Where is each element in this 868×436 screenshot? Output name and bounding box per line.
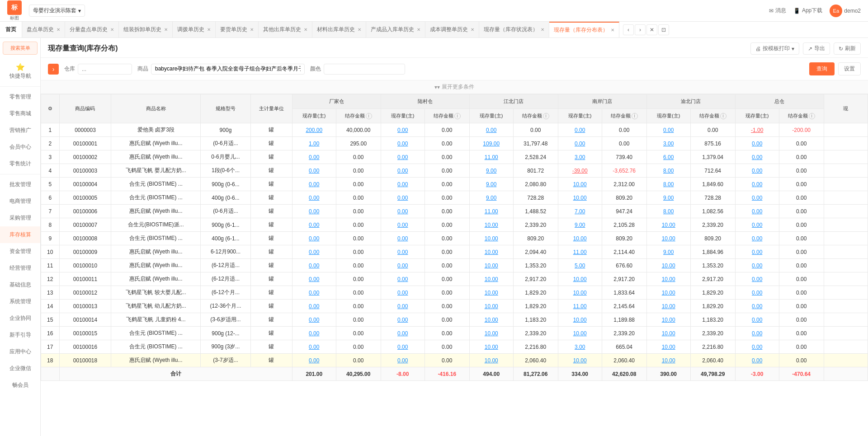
- table-cell[interactable]: 10.00: [469, 313, 513, 327]
- table-cell[interactable]: 0.00: [292, 232, 336, 245]
- table-cell[interactable]: 6.00: [646, 150, 690, 164]
- tab-stock1[interactable]: 现存量（库存状况表） ✕: [479, 22, 549, 38]
- table-cell[interactable]: 0.00: [381, 354, 425, 367]
- settings-btn[interactable]: 设置: [838, 62, 861, 75]
- table-cell[interactable]: 0.00: [292, 205, 336, 218]
- tab-next-btn[interactable]: ›: [635, 24, 646, 35]
- tab-out-close[interactable]: ✕: [304, 27, 307, 32]
- message-action[interactable]: ✉ 消息: [769, 7, 786, 14]
- expand-btn[interactable]: ›: [48, 64, 59, 75]
- table-cell[interactable]: 1.00: [292, 137, 336, 150]
- table-cell[interactable]: 0.00: [469, 123, 513, 137]
- tab-disk[interactable]: 盘点单历史 ✕: [22, 22, 65, 38]
- table-cell[interactable]: 0.00: [292, 164, 336, 178]
- table-cell[interactable]: 11.00: [469, 205, 513, 218]
- table-cell[interactable]: 10.00: [558, 354, 602, 367]
- table-cell[interactable]: 0.00: [735, 327, 779, 340]
- sidebar-item-basic[interactable]: 基础信息: [0, 277, 40, 293]
- table-cell[interactable]: 0.00: [381, 205, 425, 218]
- table-cell[interactable]: 10.00: [558, 191, 602, 205]
- sidebar-item-operation[interactable]: 经营管理: [0, 260, 40, 277]
- product-input[interactable]: [151, 64, 305, 75]
- table-cell[interactable]: 10.00: [646, 272, 690, 286]
- tab-cost-close[interactable]: ✕: [471, 27, 474, 32]
- table-cell[interactable]: 10.00: [646, 354, 690, 367]
- tab-order-close[interactable]: ✕: [250, 27, 254, 32]
- table-cell[interactable]: 0.00: [735, 313, 779, 327]
- settings-icon[interactable]: ⚙: [48, 106, 52, 111]
- table-cell[interactable]: 0.00: [292, 178, 336, 191]
- table-cell[interactable]: -1.00: [735, 123, 779, 137]
- table-cell[interactable]: 0.00: [381, 286, 425, 300]
- table-cell[interactable]: 3.00: [558, 150, 602, 164]
- table-cell[interactable]: 0.00: [735, 137, 779, 150]
- tab-product-close[interactable]: ✕: [417, 27, 420, 32]
- sidebar-item-wechat[interactable]: 企业微信: [0, 360, 40, 377]
- table-cell[interactable]: 10.00: [558, 313, 602, 327]
- table-cell[interactable]: 0.00: [735, 191, 779, 205]
- table-cell[interactable]: 9.00: [646, 245, 690, 259]
- table-cell[interactable]: 0.00: [292, 327, 336, 340]
- table-cell[interactable]: 9.00: [469, 178, 513, 191]
- tab-product[interactable]: 产成品入库单历史 ✕: [366, 22, 425, 38]
- tab-disk-close[interactable]: ✕: [57, 27, 60, 32]
- refresh-btn[interactable]: ↻ 刷新: [834, 42, 861, 55]
- sidebar-item-member2[interactable]: 畅会员: [0, 377, 40, 394]
- table-cell[interactable]: 0.00: [735, 164, 779, 178]
- table-cell[interactable]: 10.00: [646, 232, 690, 245]
- sidebar-item-retail-mgmt[interactable]: 零售管理: [0, 89, 40, 105]
- tab-adjust-close[interactable]: ✕: [207, 27, 211, 32]
- table-cell[interactable]: 10.00: [558, 327, 602, 340]
- table-cell[interactable]: 11.00: [558, 300, 602, 313]
- sidebar-item-retail-stats[interactable]: 零售统计: [0, 155, 40, 172]
- table-cell[interactable]: 0.00: [381, 218, 425, 232]
- tab-stock1-close[interactable]: ✕: [541, 27, 544, 32]
- table-cell[interactable]: 0.00: [292, 354, 336, 367]
- table-cell[interactable]: 10.00: [469, 354, 513, 367]
- sidebar-item-member[interactable]: 会员中心: [0, 139, 40, 155]
- sidebar-item-finance[interactable]: 资金管理: [0, 243, 40, 260]
- tab-adjust[interactable]: 调拨单历史 ✕: [173, 22, 216, 38]
- table-cell[interactable]: 0.00: [381, 340, 425, 354]
- table-cell[interactable]: 0.00: [381, 150, 425, 164]
- tab-stock2-close[interactable]: ✕: [611, 28, 614, 33]
- table-cell[interactable]: 0.00: [381, 259, 425, 272]
- table-cell[interactable]: 10.00: [558, 232, 602, 245]
- table-cell[interactable]: 10.00: [646, 218, 690, 232]
- table-cell[interactable]: 10.00: [469, 300, 513, 313]
- table-cell[interactable]: 10.00: [469, 232, 513, 245]
- sidebar-item-inventory[interactable]: 库存核算: [0, 226, 40, 243]
- table-cell[interactable]: 10.00: [646, 313, 690, 327]
- table-cell[interactable]: 10.00: [558, 286, 602, 300]
- sidebar-item-quick-nav[interactable]: ⭐ 快捷导航: [0, 58, 40, 84]
- table-cell[interactable]: 3.00: [646, 137, 690, 150]
- table-cell[interactable]: 8.00: [646, 164, 690, 178]
- table-cell[interactable]: 109.00: [469, 137, 513, 150]
- total-amount-info-icon[interactable]: i: [809, 113, 815, 119]
- table-cell[interactable]: 9.00: [469, 164, 513, 178]
- tab-out[interactable]: 其他出库单历史 ✕: [259, 22, 312, 38]
- table-cell[interactable]: 9.00: [558, 218, 602, 232]
- table-cell[interactable]: 0.00: [292, 272, 336, 286]
- tab-combo-close[interactable]: ✕: [164, 27, 168, 32]
- sidebar-item-system[interactable]: 系统管理: [0, 293, 40, 310]
- table-cell[interactable]: 11.00: [469, 150, 513, 164]
- table-cell[interactable]: 8.00: [646, 178, 690, 191]
- table-cell[interactable]: 10.00: [469, 259, 513, 272]
- table-cell[interactable]: 0.00: [381, 245, 425, 259]
- table-cell[interactable]: 0.00: [292, 218, 336, 232]
- sidebar-item-app-center[interactable]: 应用中心: [0, 343, 40, 360]
- yb-amount-info-icon[interactable]: i: [720, 113, 726, 119]
- table-cell[interactable]: 0.00: [381, 178, 425, 191]
- table-cell[interactable]: 0.00: [735, 178, 779, 191]
- industry-select[interactable]: 母婴行业演示陈套 ▾: [29, 5, 85, 17]
- table-cell[interactable]: 0.00: [381, 191, 425, 205]
- sidebar-item-marketing[interactable]: 营销推广: [0, 122, 40, 139]
- tab-disk2-close[interactable]: ✕: [110, 27, 114, 32]
- table-cell[interactable]: 0.00: [735, 286, 779, 300]
- table-cell[interactable]: -39.00: [558, 164, 602, 178]
- sidebar-item-ecommerce[interactable]: 电商管理: [0, 193, 40, 210]
- tab-cost[interactable]: 成本调整单历史 ✕: [425, 22, 479, 38]
- sidebar-item-purchase[interactable]: 采购管理: [0, 210, 40, 226]
- tab-home[interactable]: 首页: [0, 22, 22, 38]
